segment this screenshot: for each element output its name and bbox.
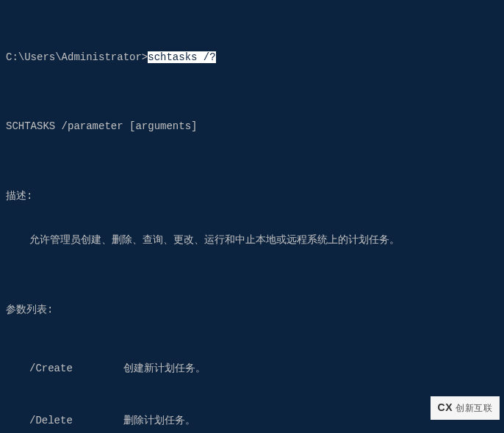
param-row: /Delete 删除计划任务。 [6,414,498,429]
description-header: 描述: [6,189,498,204]
terminal-output[interactable]: C:\Users\Administrator>schtasks /? SCHTA… [6,7,498,433]
watermark-logo: CX [438,401,453,415]
prompt-command: schtasks /? [148,51,215,63]
description-text: 允许管理员创建、删除、查询、更改、运行和中止本地或远程系统上的计划任务。 [6,233,461,248]
watermark: CX 创新互联 [431,396,500,420]
param-row: /Create 创建新计划任务。 [6,362,498,376]
watermark-text: 创新互联 [456,402,492,415]
prompt-line: C:\Users\Administrator>schtasks /? [6,51,498,65]
param-name: /Delete [29,414,123,429]
param-name: /Create [29,362,123,376]
syntax-line: SCHTASKS /parameter [arguments] [6,120,498,134]
param-desc: 创建新计划任务。 [123,362,498,376]
params-header: 参数列表: [6,303,498,318]
prompt-path: C:\Users\Administrator> [6,51,148,63]
